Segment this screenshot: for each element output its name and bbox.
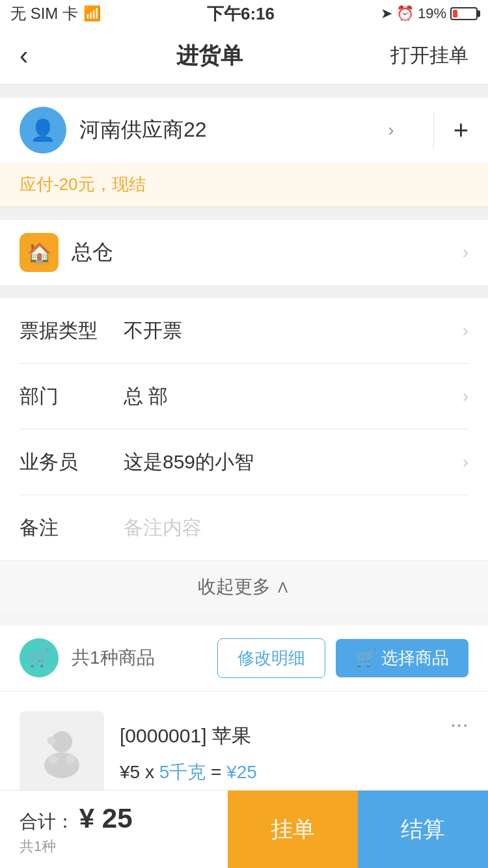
- dept-row[interactable]: 部门 总 部 ›: [0, 364, 488, 429]
- sales-value: 这是859的小智: [111, 449, 463, 476]
- open-hang-button[interactable]: 打开挂单: [390, 42, 468, 69]
- total-label: 合计：: [20, 811, 74, 832]
- total-section: 合计： ¥ 25 共1种: [0, 803, 228, 856]
- supplier-section[interactable]: 👤 河南供应商22 › +: [0, 98, 488, 163]
- products-icon: 🛒: [20, 638, 59, 677]
- bottom-bar: 合计： ¥ 25 共1种 挂单 结算: [0, 790, 488, 868]
- notice-bar: 应付-20元，现结: [0, 163, 488, 207]
- battery-percent: 19%: [418, 5, 446, 22]
- cart-icon: 🛒: [29, 648, 49, 668]
- product-name: [0000001] 苹果: [120, 723, 450, 750]
- invoice-row[interactable]: 票据类型 不开票 ›: [0, 298, 488, 363]
- warehouse-icon: 🏠: [20, 233, 59, 272]
- notice-text: 应付-20元，现结: [20, 174, 146, 194]
- remark-label: 备注: [20, 515, 111, 541]
- status-time: 下午6:16: [207, 3, 275, 25]
- warehouse-arrow-icon: ›: [463, 242, 468, 263]
- page-title: 进货单: [176, 41, 243, 71]
- battery-fill: [453, 10, 457, 18]
- supplier-arrow-icon: ›: [388, 120, 394, 141]
- divider-1: [0, 85, 488, 98]
- dept-arrow-icon: ›: [463, 386, 468, 407]
- sales-arrow-icon: ›: [463, 452, 468, 472]
- product-thumbnail: [20, 711, 104, 796]
- price-unit: ¥5: [120, 762, 140, 782]
- svg-point-2: [44, 752, 79, 778]
- svg-point-4: [66, 755, 75, 764]
- settle-button[interactable]: 结算: [358, 791, 488, 869]
- sales-row[interactable]: 业务员 这是859的小智 ›: [0, 429, 488, 495]
- add-supplier-button[interactable]: +: [454, 116, 468, 145]
- collapse-label: 收起更多 ∧: [198, 575, 291, 599]
- select-product-button[interactable]: 🛒 选择商品: [336, 639, 468, 677]
- wifi-icon: 📶: [83, 5, 101, 22]
- product-price: ¥5 x 5千克 = ¥25: [120, 760, 450, 785]
- product-thumb-icon: [33, 724, 91, 783]
- invoice-arrow-icon: ›: [463, 320, 468, 341]
- warehouse-section[interactable]: 🏠 总仓 ›: [0, 220, 488, 285]
- total-row: 合计： ¥ 25: [20, 803, 208, 834]
- status-left: 无 SIM 卡 📶: [10, 3, 101, 24]
- quantity: 5千克: [159, 762, 206, 782]
- edit-detail-button[interactable]: 修改明细: [217, 638, 325, 678]
- back-button[interactable]: ‹: [20, 41, 28, 70]
- invoice-label: 票据类型: [20, 318, 111, 344]
- status-bar: 无 SIM 卡 📶 下午6:16 ➤ ⏰ 19%: [0, 0, 488, 27]
- nav-bar: ‹ 进货单 打开挂单: [0, 27, 488, 85]
- multiply-sign: x: [145, 762, 154, 782]
- supplier-name: 河南供应商22: [79, 116, 388, 144]
- product-title: 苹果: [212, 725, 251, 746]
- svg-point-1: [47, 737, 56, 745]
- products-count: 共1种商品: [72, 645, 217, 670]
- products-header: 🛒 共1种商品 修改明细 🛒 选择商品: [0, 625, 488, 690]
- divider-3: [0, 285, 488, 298]
- supplier-avatar: 👤: [20, 107, 66, 154]
- divider-2: [0, 207, 488, 220]
- svg-point-3: [48, 755, 57, 764]
- invoice-value: 不开票: [111, 318, 463, 344]
- sales-label: 业务员: [20, 449, 111, 476]
- warehouse-symbol: 🏠: [27, 241, 51, 264]
- location-icon: ➤: [381, 5, 392, 22]
- select-cart-icon: 🛒: [355, 648, 376, 668]
- total-amount: ¥ 25: [79, 803, 133, 834]
- product-info: [0000001] 苹果 ¥5 x 5千克 = ¥25: [120, 723, 450, 785]
- status-right: ➤ ⏰ 19%: [381, 5, 478, 22]
- remark-input[interactable]: 备注内容: [111, 515, 468, 541]
- warehouse-name: 总仓: [72, 238, 463, 267]
- carrier-label: 无 SIM 卡: [10, 3, 78, 24]
- form-section: 票据类型 不开票 › 部门 总 部 › 业务员 这是859的小智 › 备注 备注…: [0, 298, 488, 560]
- equals-sign: =: [211, 762, 221, 782]
- price-total: ¥25: [226, 762, 257, 782]
- supplier-divider: [433, 111, 434, 150]
- hang-button[interactable]: 挂单: [228, 791, 358, 869]
- product-code: [0000001]: [120, 725, 206, 746]
- collapse-bar[interactable]: 收起更多 ∧: [0, 560, 488, 612]
- product-menu-button[interactable]: ···: [450, 711, 468, 737]
- avatar-icon: 👤: [30, 118, 56, 142]
- total-count: 共1种: [20, 837, 208, 856]
- battery-icon: [450, 7, 478, 20]
- select-product-label: 选择商品: [381, 647, 449, 670]
- alarm-icon: ⏰: [396, 5, 414, 22]
- dept-label: 部门: [20, 383, 111, 410]
- remark-row[interactable]: 备注 备注内容: [0, 495, 488, 560]
- dept-value: 总 部: [111, 383, 463, 410]
